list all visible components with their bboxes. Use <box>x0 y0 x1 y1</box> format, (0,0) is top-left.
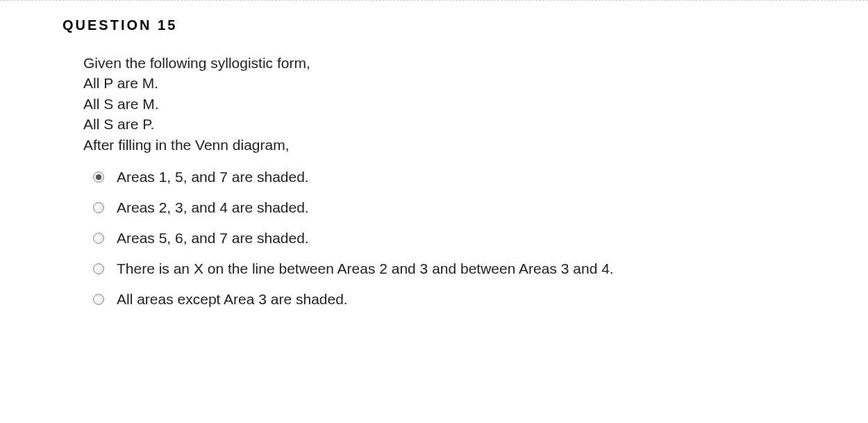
option-label: Areas 5, 6, and 7 are shaded. <box>117 230 309 247</box>
question-body: Given the following syllogistic form, Al… <box>62 53 868 308</box>
question-heading: QUESTION 15 <box>62 17 868 33</box>
radio-icon[interactable] <box>93 233 104 244</box>
options-list: Areas 1, 5, and 7 are shaded. Areas 2, 3… <box>83 169 868 308</box>
radio-icon[interactable] <box>93 294 104 305</box>
option-4[interactable]: There is an X on the line between Areas … <box>93 260 868 277</box>
stem-line: All S are M. <box>83 94 868 114</box>
stem-line: After filling in the Venn diagram, <box>83 135 868 155</box>
option-label: There is an X on the line between Areas … <box>117 260 614 277</box>
option-2[interactable]: Areas 2, 3, and 4 are shaded. <box>93 199 868 216</box>
radio-icon[interactable] <box>93 202 104 213</box>
radio-icon[interactable] <box>93 172 104 183</box>
question-stem: Given the following syllogistic form, Al… <box>83 53 868 155</box>
stem-line: Given the following syllogistic form, <box>83 53 868 73</box>
question-container: QUESTION 15 Given the following syllogis… <box>0 1 868 308</box>
option-1[interactable]: Areas 1, 5, and 7 are shaded. <box>93 169 868 185</box>
option-label: Areas 1, 5, and 7 are shaded. <box>117 169 309 185</box>
stem-line: All P are M. <box>83 73 868 93</box>
option-label: Areas 2, 3, and 4 are shaded. <box>117 199 309 216</box>
option-5[interactable]: All areas except Area 3 are shaded. <box>93 291 868 308</box>
stem-line: All S are P. <box>83 114 868 134</box>
option-3[interactable]: Areas 5, 6, and 7 are shaded. <box>93 230 868 247</box>
option-label: All areas except Area 3 are shaded. <box>117 291 348 308</box>
radio-icon[interactable] <box>93 263 104 274</box>
